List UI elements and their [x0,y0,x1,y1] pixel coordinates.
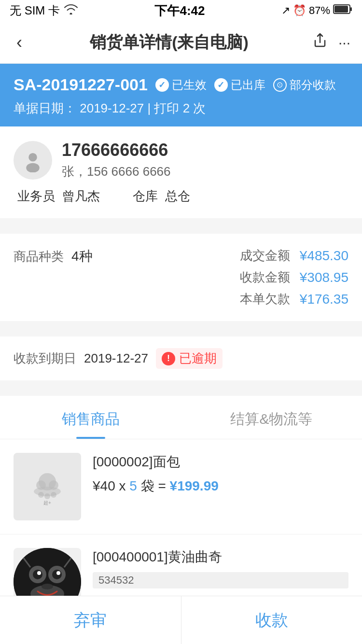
list-item: 超+ [0000002]面包 ¥40 x 5 袋 = ¥199.99 [0,439,362,534]
svg-point-19 [52,570,62,579]
trading-amount: 成交金额 ¥485.30 [240,247,348,264]
status-time: 下午4:42 [154,2,205,19]
avatar [14,141,52,180]
divider-3 [0,388,362,396]
battery-icon [333,4,352,17]
collect-button[interactable]: 收款 [181,596,362,644]
page-title: 销货单详情(来自电脑) [27,31,311,54]
product-image-1: 超+ [14,453,81,520]
overdue-icon: ! [162,352,175,365]
stats-row: 商品种类 4种 成交金额 ¥485.30 收款金额 ¥308.95 本单欠款 ¥… [14,247,348,308]
share-button[interactable] [311,32,329,53]
alarm-icon: ⏰ [293,4,306,17]
product-name-1: [0000002]面包 [93,453,348,471]
customer-section: 17666666666 张，156 6666 6666 业务员 曾凡杰 仓库 总… [0,126,362,218]
divider-1 [0,226,362,234]
tabs-row: 销售商品 结算&物流等 [0,396,362,439]
tab-sales-products[interactable]: 销售商品 [0,396,181,439]
due-section: 收款到期日 2019-12-27 ! 已逾期 [0,336,362,380]
check-icon-1: ✓ [155,78,169,92]
overdue-badge: ! 已逾期 [156,348,223,369]
bottom-bar: 弃审 收款 [0,596,362,644]
svg-point-22 [42,584,53,589]
stats-section: 商品种类 4种 成交金额 ¥485.30 收款金额 ¥308.95 本单欠款 ¥… [0,234,362,321]
nav-bar: ‹ 销货单详情(来自电脑) ··· [0,21,362,64]
svg-point-10 [38,492,44,498]
more-button[interactable]: ··· [338,34,350,51]
svg-point-5 [26,163,40,172]
status-badge-effective: ✓ 已生效 [155,77,207,93]
order-date: 单据日期： 2019-12-27 | 打印 2 次 [14,100,348,117]
warehouse: 仓库 总仓 [129,188,190,205]
product-sku-2: 534532 [93,572,348,588]
svg-point-21 [56,571,60,575]
location-icon: ↗ [281,4,290,17]
product-price-row-1: ¥40 x 5 袋 = ¥199.99 [93,477,348,495]
owed-amount: 本单欠款 ¥176.35 [240,291,348,308]
sales-person: 业务员 曾凡杰 [14,188,100,205]
wifi-icon [64,4,78,17]
svg-point-12 [44,493,50,499]
status-badge-shipped: ✓ 已出库 [214,77,265,93]
clock-icon: ⊙ [273,78,287,92]
status-badge-partial: ⊙ 部分收款 [273,77,336,93]
customer-info: 17666666666 张，156 6666 6666 [14,140,348,180]
cancel-button[interactable]: 弃审 [0,596,181,644]
tabs-section: 销售商品 结算&物流等 [0,396,362,439]
status-bar: 无 SIM 卡 下午4:42 ↗ ⏰ 87% [0,0,362,21]
svg-point-20 [37,571,41,575]
customer-details: 17666666666 张，156 6666 6666 [62,140,171,180]
customer-phone: 17666666666 [62,140,171,160]
check-icon-2: ✓ [214,78,228,92]
product-info-1: [0000002]面包 ¥40 x 5 袋 = ¥199.99 [93,453,348,495]
product-placeholder-1: 超+ [14,453,81,520]
carrier-text: 无 SIM 卡 [10,3,60,18]
status-right: ↗ ⏰ 87% [281,4,352,17]
order-id: SA-20191227-001 [14,75,148,94]
overdue-text: 已逾期 [179,350,217,367]
customer-name: 张，156 6666 6666 [62,163,171,180]
svg-point-18 [33,570,42,579]
status-left: 无 SIM 卡 [10,3,78,18]
amount-stats: 成交金额 ¥485.30 收款金额 ¥308.95 本单欠款 ¥176.35 [240,247,348,308]
svg-text:超+: 超+ [43,500,51,505]
divider-2 [0,329,362,336]
svg-rect-1 [334,6,348,13]
received-amount: 收款金额 ¥308.95 [240,269,348,286]
product-type-stat: 商品种类 4种 [14,247,93,266]
back-button[interactable]: ‹ [12,28,27,57]
customer-meta: 业务员 曾凡杰 仓库 总仓 [14,188,348,205]
svg-rect-2 [350,7,352,11]
order-header: SA-20191227-001 ✓ 已生效 ✓ 已出库 ⊙ 部分收款 单据日期：… [0,64,362,126]
svg-point-4 [28,153,37,162]
tab-settlement[interactable]: 结算&物流等 [181,396,362,439]
battery-text: 87% [309,4,330,17]
nav-actions: ··· [311,32,350,53]
svg-point-11 [51,492,56,498]
status-badges: ✓ 已生效 ✓ 已出库 ⊙ 部分收款 [155,77,336,93]
product-name-2: [000400001]黄油曲奇 [93,548,348,566]
